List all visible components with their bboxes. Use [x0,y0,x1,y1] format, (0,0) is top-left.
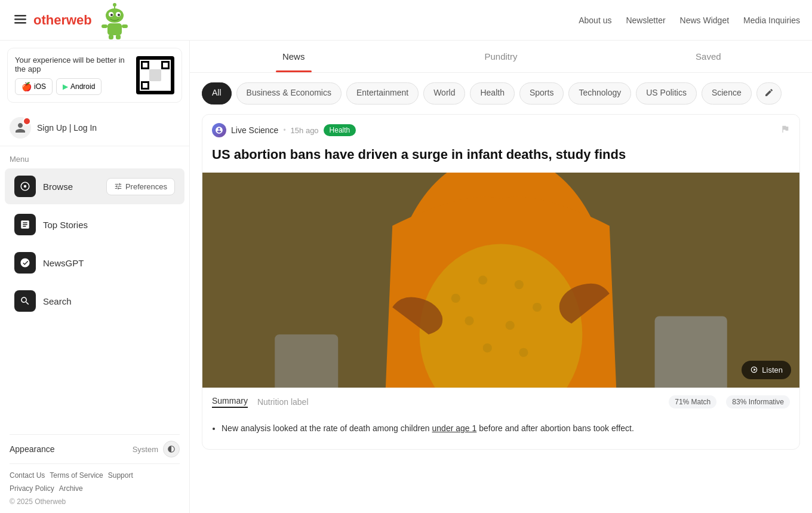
sidebar-item-browse[interactable]: Browse Preferences [5,168,184,204]
sidebar-item-newsgpt[interactable]: NewsGPT [5,245,184,281]
svg-rect-13 [109,35,113,39]
tab-news[interactable]: News [190,41,397,72]
sign-up-login-label: Sign Up | Log In [37,123,97,133]
svg-rect-29 [655,316,727,387]
privacy-link[interactable]: Privacy Policy [10,484,54,493]
support-link[interactable]: Support [108,471,133,480]
listen-label: Listen [762,365,783,374]
category-edit[interactable] [756,82,782,105]
category-technology[interactable]: Technology [568,82,631,105]
preferences-button[interactable]: Preferences [106,178,175,195]
top-stories-icon [14,214,36,235]
category-world[interactable]: World [423,82,465,105]
listen-button[interactable]: Listen [742,361,791,379]
svg-point-24 [533,303,542,312]
source-name: Live Science [231,125,278,135]
svg-point-4 [113,3,116,7]
content-area: News Punditry Saved All Business & Econo… [190,41,812,513]
sidebar-item-search[interactable]: Search [5,283,184,319]
app-promo: Your experience will be better in the ap… [7,48,182,103]
newsgpt-label: NewsGPT [43,258,84,268]
category-business[interactable]: Business & Economics [236,82,342,105]
main-layout: Your experience will be better in the ap… [0,41,812,513]
ios-download-button[interactable]: 🍎 iOS [15,78,53,95]
article-image-container: Listen [202,173,799,388]
top-header: otherweb [0,0,812,41]
menu-label: Menu [0,146,189,167]
svg-point-27 [483,343,492,352]
system-label: System [133,445,158,454]
informative-badge: 83% Informative [726,395,790,408]
svg-point-9 [118,14,120,16]
nav-about[interactable]: About us [579,16,611,25]
svg-point-21 [451,294,460,303]
source-logo [212,123,226,137]
category-health[interactable]: Health [470,82,514,105]
category-science[interactable]: Science [702,82,752,105]
underline-text: under age 1 [432,423,477,433]
category-entertainment[interactable]: Entertainment [346,82,419,105]
promo-text: Your experience will be better in the ap… [15,56,130,73]
category-badge: Health [324,124,356,136]
tos-link[interactable]: Terms of Service [50,471,103,480]
sidebar: Your experience will be better in the ap… [0,41,190,513]
article-card: Live Science • 15h ago Health US abortio… [202,114,800,450]
category-all[interactable]: All [202,82,232,105]
svg-rect-12 [122,24,128,28]
logo-area: otherweb [12,2,133,38]
svg-rect-10 [107,23,122,35]
footer-links: Contact Us Terms of Service Support Priv… [10,471,180,493]
android-icon: ▶ [63,82,68,91]
newsgpt-icon [14,252,36,274]
archive-link[interactable]: Archive [59,484,83,493]
svg-rect-1 [14,19,26,20]
apple-icon: 🍎 [21,82,32,91]
flag-button[interactable] [780,124,790,136]
time-ago: 15h ago [291,126,319,135]
nav-media-inquiries[interactable]: Media Inquiries [743,16,800,25]
category-us-politics[interactable]: US Politics [636,82,697,105]
top-stories-label: Top Stories [43,220,88,230]
sidebar-toggle[interactable] [12,11,29,30]
article-bullets: New analysis looked at the rate of death… [202,416,799,449]
article-title: US abortion bans have driven a surge in … [202,143,799,173]
tab-saved[interactable]: Saved [605,41,812,72]
svg-point-28 [519,348,528,357]
tabs-bar: News Punditry Saved [190,41,812,73]
article-meta: Live Science • 15h ago Health [202,115,799,143]
appearance-row: Appearance System [10,434,180,464]
summary-tab[interactable]: Summary [212,396,248,408]
nav-news-widget[interactable]: News Widget [680,16,729,25]
contact-link[interactable]: Contact Us [10,471,45,480]
category-sports[interactable]: Sports [519,82,564,105]
svg-point-23 [515,280,524,289]
match-badge: 71% Match [669,395,716,408]
tab-punditry[interactable]: Punditry [397,41,604,72]
user-row[interactable]: Sign Up | Log In [0,110,189,146]
user-avatar [10,117,31,139]
svg-point-26 [506,321,515,330]
browse-icon [14,176,36,197]
search-label: Search [43,296,72,306]
svg-rect-14 [116,35,121,39]
svg-point-25 [465,316,473,325]
nutrition-tab[interactable]: Nutrition label [257,397,309,407]
dot-separator: • [283,126,285,134]
appearance-right: System [133,441,180,457]
article-summary-bar: Summary Nutrition label 71% Match 83% In… [202,388,799,416]
category-bar: All Business & Economics Entertainment W… [190,73,812,114]
svg-point-22 [478,275,487,284]
robot-mascot [97,2,133,38]
copyright: © 2025 Otherweb [10,497,180,506]
theme-toggle-button[interactable] [163,441,180,457]
sidebar-footer: Appearance System Contact Us Terms of Se… [0,427,189,513]
search-icon [14,290,36,312]
android-download-button[interactable]: ▶ Android [56,78,102,95]
svg-point-8 [110,14,113,16]
article-image [202,173,799,388]
svg-rect-0 [14,15,26,17]
logo-text: otherweb [33,13,92,28]
svg-rect-2 [14,22,26,24]
sidebar-item-top-stories[interactable]: Top Stories [5,207,184,242]
nav-newsletter[interactable]: Newsletter [626,16,665,25]
